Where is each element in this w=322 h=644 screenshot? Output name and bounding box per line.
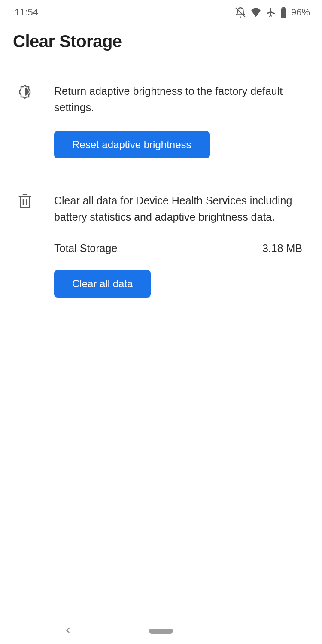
svg-rect-4 — [21, 197, 30, 208]
wifi-icon — [250, 8, 261, 17]
storage-label: Total Storage — [54, 242, 117, 255]
header: Clear Storage — [0, 21, 322, 64]
battery-icon — [280, 7, 287, 18]
battery-percent: 96% — [291, 7, 310, 18]
storage-value: 3.18 MB — [262, 242, 302, 255]
trash-icon — [17, 193, 33, 208]
clear-data-description: Clear all data for Device Health Service… — [54, 193, 305, 225]
svg-rect-1 — [281, 8, 286, 18]
main-content: Return adaptive brightness to the factor… — [0, 64, 322, 298]
clear-all-data-button[interactable]: Clear all data — [54, 270, 151, 298]
brightness-icon — [17, 83, 33, 99]
nav-bar — [0, 618, 322, 644]
back-icon[interactable] — [64, 626, 72, 636]
storage-row: Total Storage 3.18 MB — [54, 242, 305, 255]
notifications-off-icon — [235, 7, 246, 18]
reset-brightness-button[interactable]: Reset adaptive brightness — [54, 131, 210, 158]
brightness-description: Return adaptive brightness to the factor… — [54, 83, 305, 115]
status-bar: 11:54 96% — [0, 0, 322, 21]
brightness-section: Return adaptive brightness to the factor… — [17, 83, 305, 158]
status-icons: 96% — [235, 7, 310, 18]
page-title: Clear Storage — [13, 32, 309, 51]
clear-data-section: Clear all data for Device Health Service… — [17, 193, 305, 298]
svg-rect-2 — [282, 7, 285, 9]
home-pill[interactable] — [149, 629, 173, 634]
clear-data-body: Clear all data for Device Health Service… — [54, 193, 305, 298]
brightness-body: Return adaptive brightness to the factor… — [54, 83, 305, 158]
airplane-icon — [266, 7, 276, 18]
status-time: 11:54 — [15, 7, 38, 18]
